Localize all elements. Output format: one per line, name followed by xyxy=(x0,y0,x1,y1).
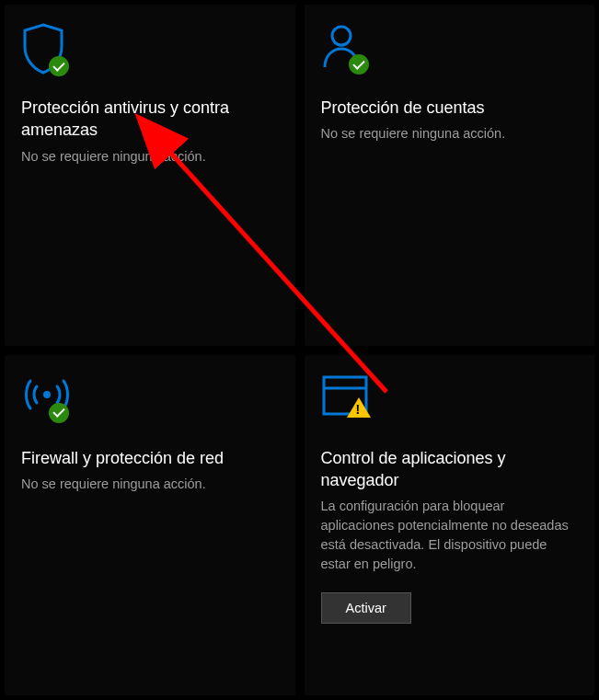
tile-status: La configuración para bloquear aplicacio… xyxy=(321,497,579,574)
activate-button[interactable]: Activar xyxy=(321,592,411,624)
tile-title: Firewall y protección de red xyxy=(21,447,279,469)
firewall-icon xyxy=(21,373,279,430)
tile-account-protection[interactable]: Protección de cuentas No se requiere nin… xyxy=(305,5,595,346)
tile-status: No se requiere ninguna acción. xyxy=(21,147,279,166)
status-badge-ok xyxy=(49,403,69,423)
tile-app-browser-control[interactable]: Control de aplicaciones y navegador La c… xyxy=(305,355,595,696)
status-badge-warn xyxy=(347,397,371,418)
status-badge-ok xyxy=(349,54,369,75)
browser-icon xyxy=(321,373,579,430)
svg-point-1 xyxy=(43,391,51,398)
tile-title: Control de aplicaciones y navegador xyxy=(321,447,579,492)
tile-title: Protección de cuentas xyxy=(321,97,579,119)
person-icon xyxy=(321,23,579,80)
tile-status: No se requiere ninguna acción. xyxy=(321,124,579,143)
svg-point-0 xyxy=(332,27,351,45)
shield-icon xyxy=(21,23,279,80)
status-badge-ok xyxy=(49,56,69,76)
tile-status: No se requiere ninguna acción. xyxy=(21,475,279,494)
tile-firewall[interactable]: Firewall y protección de red No se requi… xyxy=(5,355,295,696)
tile-title: Protección antivirus y contra amenazas xyxy=(21,97,279,142)
tile-antivirus[interactable]: Protección antivirus y contra amenazas N… xyxy=(5,5,295,346)
